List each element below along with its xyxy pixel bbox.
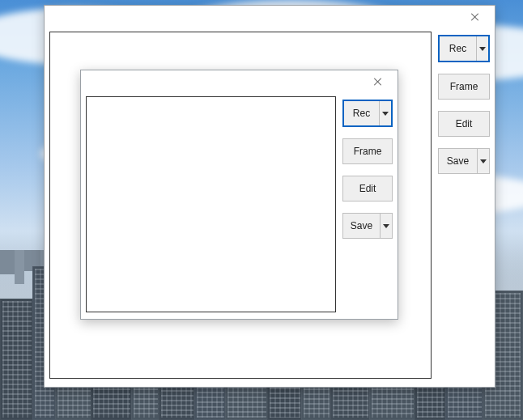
save-label: Save xyxy=(343,214,381,238)
gifcam-toolbar: Rec Frame Edit Save xyxy=(433,28,495,387)
frame-label: Frame xyxy=(450,81,478,92)
edit-button[interactable]: Edit xyxy=(342,176,393,202)
frame-button[interactable]: Frame xyxy=(438,74,490,100)
edit-button[interactable]: Edit xyxy=(438,111,490,137)
chevron-down-icon xyxy=(480,159,487,163)
edit-label: Edit xyxy=(359,183,376,194)
rec-button[interactable]: Rec xyxy=(438,35,490,62)
frame-button[interactable]: Frame xyxy=(342,138,393,164)
save-dropdown[interactable] xyxy=(381,224,392,228)
rec-label: Rec xyxy=(344,101,380,125)
rec-button[interactable]: Rec xyxy=(342,100,393,127)
frame-label: Frame xyxy=(354,146,382,157)
chevron-down-icon xyxy=(479,47,486,51)
chevron-down-icon xyxy=(383,224,389,228)
save-button[interactable]: Save xyxy=(342,213,393,239)
close-icon xyxy=(471,13,479,21)
chevron-down-icon xyxy=(382,112,389,116)
rec-dropdown[interactable] xyxy=(380,112,391,116)
frame-capture-area[interactable] xyxy=(86,96,336,312)
edit-label: Edit xyxy=(456,118,473,129)
frame-window[interactable]: Frame 1 Delay 3.7 Rec Frame Edit Sa xyxy=(80,70,398,320)
save-label: Save xyxy=(439,149,478,173)
rec-label: Rec xyxy=(440,36,477,61)
frame-toolbar: Rec Frame Edit Save xyxy=(338,93,398,319)
save-button[interactable]: Save xyxy=(438,148,490,174)
rec-dropdown[interactable] xyxy=(477,47,488,51)
save-dropdown[interactable] xyxy=(478,159,489,163)
close-icon xyxy=(374,78,382,86)
